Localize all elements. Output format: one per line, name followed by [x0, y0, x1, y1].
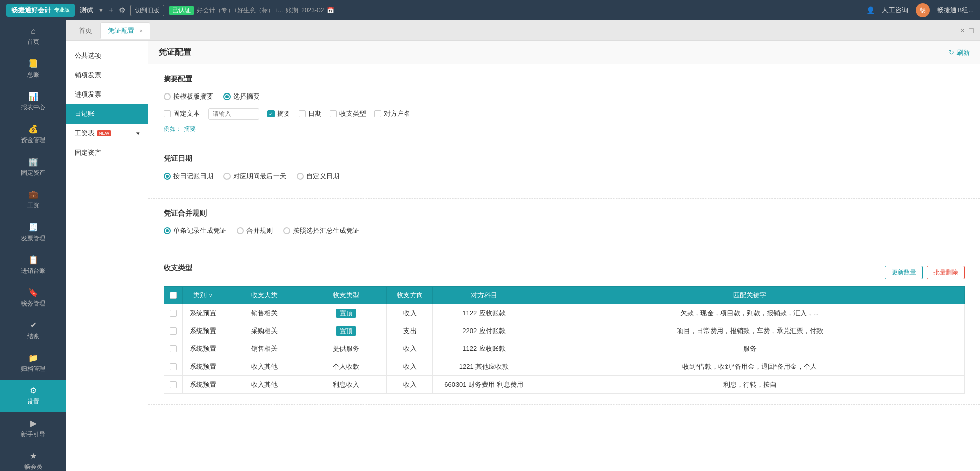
radio-custom-date[interactable]: 自定义日期 [297, 172, 339, 181]
radio-select[interactable]: 选择摘要 [223, 92, 260, 101]
reset-badge-1[interactable]: 置顶 [336, 326, 356, 336]
sidebar-item-member[interactable]: ★ 畅会员 [0, 445, 66, 471]
sidebar-item-archive[interactable]: 📁 归档管理 [0, 347, 66, 380]
batch-delete-button[interactable]: 批量删除 [927, 266, 965, 279]
sidebar-item-report[interactable]: 📊 报表中心 [0, 85, 66, 118]
settings-icon[interactable]: ⚙ [119, 6, 125, 15]
sort-icon[interactable]: ∨ [209, 293, 212, 298]
update-count-button[interactable]: 更新数量 [885, 266, 923, 279]
tabs-actions: × □ [960, 26, 980, 35]
tab-voucher-config-label: 凭证配置 [108, 27, 134, 34]
row-checkbox-2[interactable] [170, 345, 177, 352]
left-nav-purchase-invoice[interactable]: 进项发票 [66, 85, 148, 104]
row-account-3: 1221 其他应收款 [433, 358, 535, 376]
add-icon[interactable]: + [109, 6, 113, 15]
sidebar-item-fund[interactable]: 💰 资金管理 [0, 118, 66, 151]
page-content: 公共选项 销项发票 进项发票 日记账 工资表 NEW ▾ 固定资产 [66, 41, 980, 471]
row-checkbox-cell[interactable] [164, 340, 183, 358]
left-nav-public-label: 公共选项 [75, 51, 101, 60]
sidebar: ⌂ 首页 📒 总账 📊 报表中心 💰 资金管理 🏢 固定资产 💼 工资 🧾 发票… [0, 20, 66, 471]
sidebar-item-purchase[interactable]: 📋 进销台账 [0, 249, 66, 281]
user-name[interactable]: 畅捷通B组... [937, 6, 974, 15]
left-nav-purchase-invoice-label: 进项发票 [75, 90, 101, 99]
fund-icon: 💰 [28, 124, 38, 134]
row-sub-type-1: 置顶 [305, 322, 387, 340]
version-switch-button[interactable]: 切到旧版 [130, 5, 164, 16]
dropdown-icon[interactable]: ▼ [98, 7, 104, 13]
left-nav-journal-label: 日记账 [75, 109, 95, 119]
select-all-checkbox[interactable] [170, 292, 177, 299]
row-checkbox-cell[interactable] [164, 358, 183, 376]
refresh-button[interactable]: ↻ 刷新 [949, 48, 970, 57]
sidebar-item-ledger[interactable]: 📒 总账 [0, 53, 66, 85]
row-checkbox-1[interactable] [170, 327, 177, 335]
sidebar-item-assets[interactable]: 🏢 固定资产 [0, 151, 66, 183]
sidebar-item-home[interactable]: ⌂ 首页 [0, 20, 66, 53]
radio-period-last[interactable]: 对应期间最后一天 [223, 172, 286, 181]
radio-merge-rule-label: 合并规则 [246, 226, 273, 236]
row-account-0: 1122 应收账款 [433, 304, 535, 322]
row-checkbox-0[interactable] [170, 310, 177, 317]
sidebar-label-member: 畅会员 [24, 463, 42, 471]
logo-text: 畅捷通好会计 [11, 6, 51, 15]
row-checkbox-cell[interactable] [164, 322, 183, 340]
sidebar-label-salary: 工资 [27, 201, 39, 210]
row-direction-0: 收入 [387, 304, 433, 322]
sidebar-item-guide[interactable]: ▶ 新手引导 [0, 412, 66, 445]
window-close-button[interactable]: × [960, 26, 965, 35]
left-nav-salary-table[interactable]: 工资表 NEW ▾ [66, 124, 148, 143]
left-nav-journal[interactable]: 日记账 [66, 104, 148, 124]
sidebar-item-tax[interactable]: 🔖 税务管理 [0, 281, 66, 314]
main-panel: 凭证配置 ↻ 刷新 摘要配置 按模板版摘要 [148, 41, 980, 471]
checkbox-pay-type[interactable]: 收支类型 [330, 109, 366, 119]
avatar[interactable]: 畅 [916, 3, 930, 17]
checkbox-counter-name[interactable]: 对方户名 [374, 109, 411, 119]
content-area: 首页 凭证配置 × × □ 公共选项 销项发票 进项发票 [66, 20, 980, 471]
radio-template[interactable]: 按模板版摘要 [164, 92, 213, 101]
row-checkbox-cell[interactable] [164, 376, 183, 394]
company-name[interactable]: 测试 [80, 6, 93, 15]
checkbox-abstract[interactable]: ✓ 摘要 [267, 109, 290, 119]
radio-custom-date-circle [297, 173, 304, 180]
invoice-mgr-icon: 🧾 [28, 222, 38, 232]
tab-home[interactable]: 首页 [72, 23, 99, 38]
fixed-text-input[interactable] [208, 108, 259, 120]
calendar-icon[interactable]: 📅 [327, 7, 334, 14]
row-checkbox-cell[interactable] [164, 304, 183, 322]
tax-icon: 🔖 [28, 288, 38, 297]
left-nav-fixed-assets[interactable]: 固定资产 [66, 143, 148, 162]
help-label[interactable]: 人工咨询 [882, 6, 908, 15]
sidebar-item-settlement[interactable]: ✔ 结账 [0, 314, 66, 347]
assets-icon: 🏢 [28, 157, 38, 167]
ledger-icon: 📒 [28, 59, 38, 68]
checkbox-date-label: 日期 [308, 109, 322, 119]
th-checkbox[interactable] [164, 287, 183, 304]
sidebar-item-salary[interactable]: 💼 工资 [0, 183, 66, 216]
summary-radio-group: 按模板版摘要 选择摘要 [164, 92, 965, 101]
radio-merge-rule[interactable]: 合并规则 [237, 226, 273, 236]
radio-journal-date-circle [164, 173, 171, 180]
radio-select-total-circle [283, 227, 290, 234]
left-nav-public[interactable]: 公共选项 [66, 46, 148, 65]
radio-custom-date-label: 自定义日期 [306, 172, 339, 181]
table-row: 系统预置 收入其他 个人收款 收入 1221 其他应收款 收到*借款，收到*备用… [164, 358, 965, 376]
radio-select-total[interactable]: 按照选择汇总生成凭证 [283, 226, 359, 236]
window-maximize-button[interactable]: □ [969, 26, 974, 35]
sidebar-item-invoice-mgr[interactable]: 🧾 发票管理 [0, 216, 66, 249]
row-checkbox-4[interactable] [170, 381, 177, 388]
row-big-type-1: 采购相关 [223, 322, 305, 340]
checkbox-row: 固定文本 ✓ 摘要 日期 收支类型 [164, 108, 965, 120]
checkbox-fixed-text[interactable]: 固定文本 [164, 109, 200, 119]
checkbox-date[interactable]: 日期 [299, 109, 322, 119]
reset-badge-0[interactable]: 置顶 [336, 309, 356, 318]
radio-single[interactable]: 单条记录生成凭证 [164, 226, 226, 236]
radio-journal-date[interactable]: 按日记账日期 [164, 172, 213, 181]
row-checkbox-3[interactable] [170, 363, 177, 370]
checkbox-pay-type-label: 收支类型 [339, 109, 366, 119]
tab-close-icon[interactable]: × [140, 28, 143, 34]
tab-voucher-config[interactable]: 凭证配置 × [100, 22, 150, 39]
left-nav-sales-invoice[interactable]: 销项发票 [66, 65, 148, 85]
sidebar-item-settings[interactable]: ⚙ 设置 [0, 380, 66, 412]
logo-sub: 专业版 [54, 7, 70, 14]
summary-section-title: 摘要配置 [164, 75, 965, 84]
